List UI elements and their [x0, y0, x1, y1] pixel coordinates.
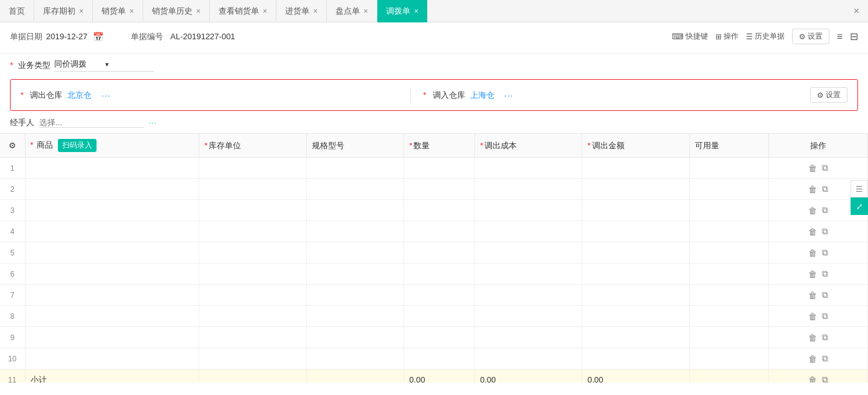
delete-button[interactable]: 🗑: [808, 311, 818, 322]
layout-icon-2[interactable]: ⊟: [850, 31, 858, 42]
shortcut-button[interactable]: ⌨ 快捷键: [672, 31, 708, 42]
delete-button[interactable]: 🗑: [808, 163, 818, 174]
amount-cell[interactable]: [582, 158, 690, 179]
copy-button[interactable]: ⧉: [821, 353, 829, 364]
delete-button[interactable]: 🗑: [808, 353, 818, 364]
close-icon[interactable]: ×: [130, 7, 134, 16]
warehouse-setting-button[interactable]: ⚙ 设置: [810, 87, 847, 103]
product-cell[interactable]: [25, 327, 199, 348]
product-cell[interactable]: [25, 348, 199, 369]
cost-cell[interactable]: [474, 348, 582, 369]
qty-cell[interactable]: [404, 327, 475, 348]
product-cell[interactable]: [25, 264, 199, 285]
amount-cell[interactable]: [582, 264, 690, 285]
tab-view-sales[interactable]: 查看销货单 ×: [210, 0, 276, 22]
unit-cell[interactable]: [199, 327, 307, 348]
delete-button[interactable]: 🗑: [808, 290, 818, 301]
biz-type-select[interactable]: 同价调拨 ▾: [54, 59, 154, 72]
unit-cell[interactable]: [199, 158, 307, 179]
qty-cell[interactable]: [404, 179, 475, 200]
window-close-button[interactable]: ×: [845, 6, 868, 17]
spec-cell[interactable]: [306, 158, 404, 179]
copy-button[interactable]: ⧉: [821, 268, 829, 280]
copy-button[interactable]: ⧉: [821, 183, 829, 195]
close-icon[interactable]: ×: [414, 7, 418, 16]
delete-button[interactable]: 🗑: [808, 184, 818, 195]
available-cell[interactable]: [690, 221, 769, 242]
close-icon[interactable]: ×: [313, 7, 318, 16]
available-cell[interactable]: [690, 179, 769, 200]
qty-cell[interactable]: [404, 242, 475, 264]
unit-cell[interactable]: [199, 200, 307, 221]
cost-cell[interactable]: [474, 327, 582, 348]
scan-entry-button[interactable]: 扫码录入: [58, 139, 97, 152]
unit-cell[interactable]: [199, 348, 307, 369]
spec-cell[interactable]: [306, 221, 404, 242]
delete-button[interactable]: 🗑: [808, 247, 818, 259]
qty-cell[interactable]: [404, 264, 475, 285]
product-cell[interactable]: [25, 242, 199, 264]
gear-icon[interactable]: ⚙: [9, 141, 16, 150]
available-cell[interactable]: [690, 285, 769, 306]
layout-icon-1[interactable]: ≡: [837, 31, 842, 42]
unit-cell[interactable]: [199, 264, 307, 285]
side-list-icon[interactable]: ☰: [851, 180, 868, 198]
available-cell[interactable]: [690, 264, 769, 285]
cost-cell[interactable]: [474, 158, 582, 179]
amount-cell[interactable]: [582, 221, 690, 242]
spec-cell[interactable]: [306, 200, 404, 221]
tab-transfer[interactable]: 调拨单 ×: [377, 0, 428, 22]
available-cell[interactable]: [690, 200, 769, 221]
cost-cell[interactable]: [474, 306, 582, 327]
qty-cell[interactable]: [404, 200, 475, 221]
unit-cell[interactable]: [199, 242, 307, 264]
delete-button[interactable]: 🗑: [808, 332, 818, 343]
cost-cell[interactable]: [474, 242, 582, 264]
copy-button[interactable]: ⧉: [821, 226, 829, 237]
delete-button[interactable]: 🗑: [808, 374, 818, 383]
qty-cell[interactable]: [404, 306, 475, 327]
spec-cell[interactable]: [306, 348, 404, 369]
qty-cell[interactable]: [404, 348, 475, 369]
warehouse-in-more-btn[interactable]: ···: [504, 90, 514, 100]
delete-button[interactable]: 🗑: [808, 226, 818, 237]
delete-button[interactable]: 🗑: [808, 269, 818, 280]
calendar-icon[interactable]: 📅: [93, 32, 103, 42]
copy-button[interactable]: ⧉: [821, 247, 829, 259]
copy-button[interactable]: ⧉: [821, 331, 829, 343]
amount-cell[interactable]: [582, 242, 690, 264]
close-icon[interactable]: ×: [79, 7, 83, 16]
cost-cell[interactable]: [474, 200, 582, 221]
handler-input[interactable]: [39, 118, 144, 128]
th-gear[interactable]: ⚙: [0, 134, 25, 158]
cost-cell[interactable]: [474, 179, 582, 200]
tab-sales-history[interactable]: 销货单历史 ×: [143, 0, 210, 22]
tab-sales-order[interactable]: 销货单 ×: [93, 0, 143, 22]
qty-cell[interactable]: [404, 158, 475, 179]
unit-cell[interactable]: [199, 306, 307, 327]
product-cell[interactable]: [25, 221, 199, 242]
available-cell[interactable]: [690, 158, 769, 179]
cost-cell[interactable]: [474, 264, 582, 285]
amount-cell[interactable]: [582, 306, 690, 327]
available-cell[interactable]: [690, 242, 769, 264]
copy-button[interactable]: ⧉: [821, 204, 829, 216]
copy-button[interactable]: ⧉: [821, 374, 829, 383]
amount-cell[interactable]: [582, 179, 690, 200]
spec-cell[interactable]: [306, 285, 404, 306]
available-cell[interactable]: [690, 348, 769, 369]
spec-cell[interactable]: [306, 327, 404, 348]
history-button[interactable]: ☰ 历史单据: [746, 31, 785, 42]
close-icon[interactable]: ×: [364, 7, 368, 16]
amount-cell[interactable]: [582, 348, 690, 369]
available-cell[interactable]: [690, 306, 769, 327]
product-cell[interactable]: [25, 285, 199, 306]
copy-button[interactable]: ⧉: [821, 162, 829, 174]
tab-home[interactable]: 首页: [0, 0, 34, 22]
setting-button[interactable]: ⚙ 设置: [792, 29, 829, 44]
handler-more-btn[interactable]: ···: [149, 118, 157, 127]
spec-cell[interactable]: [306, 264, 404, 285]
warehouse-out-more-btn[interactable]: ···: [101, 90, 111, 100]
close-icon[interactable]: ×: [196, 7, 200, 16]
side-expand-icon[interactable]: ⤢: [851, 198, 868, 215]
